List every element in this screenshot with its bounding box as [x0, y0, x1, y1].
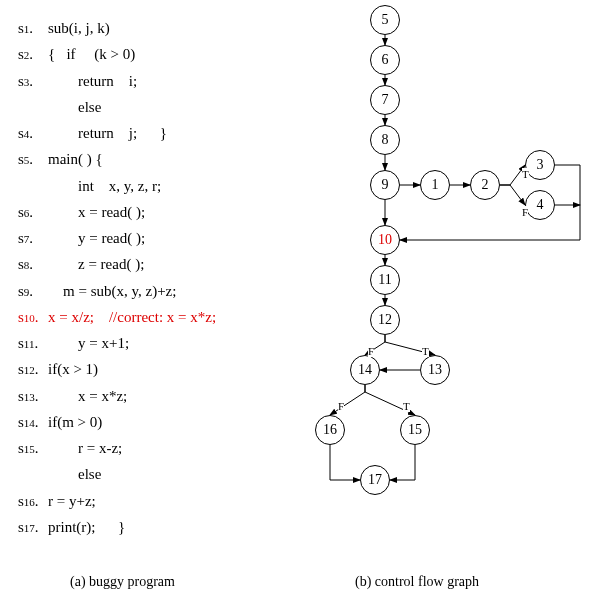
graph-node-14: 14	[350, 355, 380, 385]
graph-node-5: 5	[370, 5, 400, 35]
line-number: s15.	[18, 438, 48, 458]
graph-node-15: 15	[400, 415, 430, 445]
graph-node-10: 10	[370, 225, 400, 255]
code-line: s15. r = x-z;	[18, 438, 260, 458]
graph-node-8: 8	[370, 125, 400, 155]
graph-node-9: 9	[370, 170, 400, 200]
code-line: s17.print(r); }	[18, 517, 260, 537]
edge-label: F	[368, 345, 374, 357]
code-line: s3. return i;	[18, 71, 260, 91]
line-number: s12.	[18, 359, 48, 379]
code-text: return i;	[48, 71, 137, 91]
code-line: else	[18, 97, 260, 117]
graph-panel: 5678912341011121314151617 TFTFTF (b) con…	[260, 0, 589, 600]
graph-node-17: 17	[360, 465, 390, 495]
graph-node-16: 16	[315, 415, 345, 445]
line-number: s10.	[18, 307, 48, 327]
line-number: s9.	[18, 281, 48, 301]
line-number: s2.	[18, 44, 48, 64]
code-text: x = x*z;	[48, 386, 127, 406]
code-line: s13. x = x*z;	[18, 386, 260, 406]
line-number: s5.	[18, 149, 48, 169]
code-line: s10.x = x/z; //correct: x = x*z;	[18, 307, 260, 327]
code-line: s2.{ if (k > 0)	[18, 44, 260, 64]
code-text: else	[48, 97, 101, 117]
edge-label: T	[522, 168, 529, 180]
line-number: s3.	[18, 71, 48, 91]
code-text: m = sub(x, y, z)+z;	[48, 281, 176, 301]
code-text: return j; }	[48, 123, 167, 143]
line-number: s17.	[18, 517, 48, 537]
graph-node-12: 12	[370, 305, 400, 335]
line-number: s16.	[18, 491, 48, 511]
code-line: s14.if(m > 0)	[18, 412, 260, 432]
graph-node-11: 11	[370, 265, 400, 295]
code-line: int x, y, z, r;	[18, 176, 260, 196]
caption-b: (b) control flow graph	[355, 574, 479, 590]
code-listing: s1.sub(i, j, k)s2.{ if (k > 0)s3. return…	[18, 18, 260, 537]
graph-node-4: 4	[525, 190, 555, 220]
code-text: r = x-z;	[48, 438, 122, 458]
edge-label: T	[422, 345, 429, 357]
code-text: if(x > 1)	[48, 359, 98, 379]
line-number: s13.	[18, 386, 48, 406]
code-text: int x, y, z, r;	[48, 176, 161, 196]
code-text: { if (k > 0)	[48, 44, 135, 64]
line-number: s4.	[18, 123, 48, 143]
code-text: if(m > 0)	[48, 412, 102, 432]
graph-node-13: 13	[420, 355, 450, 385]
line-number: s8.	[18, 254, 48, 274]
code-line: s7. y = read( );	[18, 228, 260, 248]
graph-node-2: 2	[470, 170, 500, 200]
code-line: s16.r = y+z;	[18, 491, 260, 511]
code-text: x = read( );	[48, 202, 145, 222]
code-text: y = x+1;	[48, 333, 129, 353]
caption-a: (a) buggy program	[70, 574, 175, 590]
edge-label: F	[338, 400, 344, 412]
graph-node-1: 1	[420, 170, 450, 200]
flow-graph-edges	[260, 0, 589, 600]
line-number: s11.	[18, 333, 48, 353]
graph-node-3: 3	[525, 150, 555, 180]
code-text: x = x/z; //correct: x = x*z;	[48, 307, 216, 327]
code-line: s1.sub(i, j, k)	[18, 18, 260, 38]
code-text: main( ) {	[48, 149, 103, 169]
code-line: else	[18, 464, 260, 484]
code-text: else	[48, 464, 101, 484]
line-number: s1.	[18, 18, 48, 38]
code-line: s11. y = x+1;	[18, 333, 260, 353]
code-panel: s1.sub(i, j, k)s2.{ if (k > 0)s3. return…	[0, 0, 260, 600]
graph-node-6: 6	[370, 45, 400, 75]
edge-label: T	[403, 400, 410, 412]
code-line: s12.if(x > 1)	[18, 359, 260, 379]
edge-label: F	[522, 206, 528, 218]
code-text: z = read( );	[48, 254, 144, 274]
code-text: r = y+z;	[48, 491, 96, 511]
line-number: s6.	[18, 202, 48, 222]
code-text: y = read( );	[48, 228, 145, 248]
code-line: s6. x = read( );	[18, 202, 260, 222]
code-text: print(r); }	[48, 517, 125, 537]
line-number: s7.	[18, 228, 48, 248]
code-line: s8. z = read( );	[18, 254, 260, 274]
code-line: s5.main( ) {	[18, 149, 260, 169]
line-number: s14.	[18, 412, 48, 432]
code-line: s4. return j; }	[18, 123, 260, 143]
graph-node-7: 7	[370, 85, 400, 115]
code-line: s9. m = sub(x, y, z)+z;	[18, 281, 260, 301]
code-text: sub(i, j, k)	[48, 18, 110, 38]
